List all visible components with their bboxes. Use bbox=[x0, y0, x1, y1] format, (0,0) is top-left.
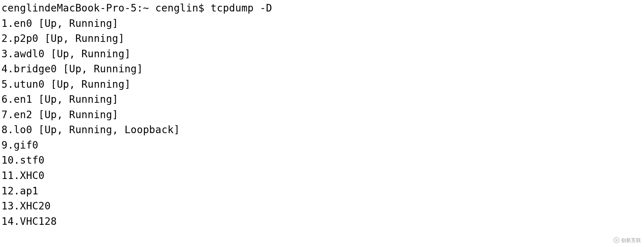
separator-dot: . bbox=[8, 109, 14, 121]
interface-index: 12 bbox=[1, 185, 14, 197]
interface-index: 2 bbox=[1, 33, 8, 44]
interface-name: lo0 bbox=[14, 124, 32, 136]
separator-dot: . bbox=[8, 78, 14, 90]
interface-flags: [Up, Running] bbox=[32, 109, 118, 121]
interface-name: stf0 bbox=[20, 154, 45, 166]
interface-index: 7 bbox=[1, 109, 8, 121]
interface-flags: [Up, Running] bbox=[44, 78, 131, 90]
interface-line: 4.bridge0 [Up, Running] bbox=[1, 62, 644, 77]
separator-dot: . bbox=[8, 124, 14, 136]
interface-line: 1.en0 [Up, Running] bbox=[1, 16, 644, 32]
separator-dot: . bbox=[14, 170, 20, 181]
separator-dot: . bbox=[8, 63, 14, 75]
interface-line: 5.utun0 [Up, Running] bbox=[1, 77, 644, 92]
interface-name: en0 bbox=[14, 18, 32, 29]
interface-flags: [Up, Running, Loopback] bbox=[32, 124, 180, 136]
interface-index: 6 bbox=[1, 93, 8, 105]
interface-line: 6.en1 [Up, Running] bbox=[1, 92, 644, 107]
interface-index: 1 bbox=[1, 18, 8, 29]
terminal-output: 1.en0 [Up, Running]2.p2p0 [Up, Running]3… bbox=[1, 16, 644, 229]
interface-line: 9.gif0 bbox=[1, 138, 644, 153]
interface-line: 10.stf0 bbox=[1, 153, 644, 168]
interface-name: XHC20 bbox=[20, 200, 51, 212]
separator-dot: . bbox=[8, 139, 14, 151]
interface-index: 13 bbox=[1, 200, 14, 212]
separator-dot: . bbox=[14, 185, 20, 197]
interface-index: 5 bbox=[1, 78, 8, 90]
interface-index: 9 bbox=[1, 139, 8, 151]
interface-name: VHC128 bbox=[20, 215, 57, 227]
interface-line: 3.awdl0 [Up, Running] bbox=[1, 47, 644, 62]
separator-dot: . bbox=[8, 93, 14, 105]
interface-line: 13.XHC20 bbox=[1, 199, 644, 214]
separator-dot: . bbox=[14, 200, 20, 212]
separator-dot: . bbox=[8, 33, 14, 44]
interface-name: awdl0 bbox=[14, 48, 44, 60]
interface-flags: [Up, Running] bbox=[32, 18, 118, 29]
interface-line: 7.en2 [Up, Running] bbox=[1, 107, 644, 123]
terminal-prompt-line[interactable]: cenglindeMacBook-Pro-5:~ cenglin$ tcpdum… bbox=[1, 1, 644, 16]
interface-index: 4 bbox=[1, 63, 8, 75]
interface-index: 11 bbox=[1, 170, 14, 181]
separator-dot: . bbox=[8, 48, 14, 60]
interface-name: en2 bbox=[14, 109, 32, 121]
interface-flags: [Up, Running] bbox=[32, 93, 118, 105]
interface-flags: [Up, Running] bbox=[44, 48, 131, 60]
interface-name: bridge0 bbox=[14, 63, 57, 75]
interface-name: utun0 bbox=[14, 78, 44, 90]
watermark-icon bbox=[613, 237, 620, 243]
interface-line: 11.XHC0 bbox=[1, 168, 644, 184]
interface-flags: [Up, Running] bbox=[57, 63, 143, 75]
separator-dot: . bbox=[14, 154, 20, 166]
separator-dot: . bbox=[8, 18, 14, 29]
interface-line: 14.VHC128 bbox=[1, 214, 644, 229]
interface-index: 14 bbox=[1, 215, 14, 227]
interface-line: 12.ap1 bbox=[1, 184, 644, 199]
interface-name: en1 bbox=[14, 93, 32, 105]
separator-dot: . bbox=[14, 215, 20, 227]
watermark-text: 创新互联 bbox=[621, 237, 641, 244]
interface-line: 8.lo0 [Up, Running, Loopback] bbox=[1, 122, 644, 138]
interface-flags: [Up, Running] bbox=[38, 33, 124, 44]
interface-name: XHC0 bbox=[20, 170, 45, 181]
interface-index: 3 bbox=[1, 48, 8, 60]
watermark: 创新互联 bbox=[613, 237, 641, 244]
interface-name: ap1 bbox=[20, 185, 38, 197]
interface-name: gif0 bbox=[14, 139, 38, 151]
interface-index: 10 bbox=[1, 154, 14, 166]
interface-line: 2.p2p0 [Up, Running] bbox=[1, 31, 644, 47]
interface-name: p2p0 bbox=[14, 33, 38, 44]
interface-index: 8 bbox=[1, 124, 8, 136]
